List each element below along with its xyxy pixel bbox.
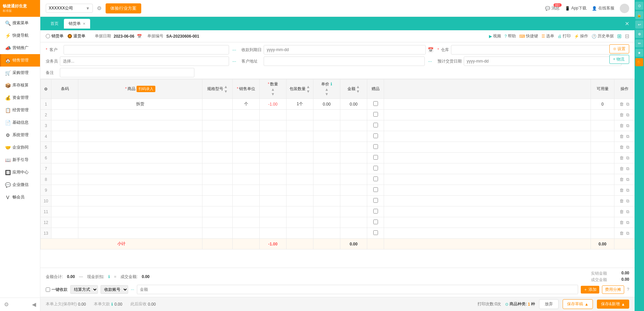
sidebar-item-14[interactable]: V畅会员 xyxy=(0,191,40,203)
expense-help-icon[interactable]: ? xyxy=(627,287,629,292)
delete-icon-11[interactable]: 🗑 xyxy=(619,220,624,225)
copy-icon-8[interactable]: ⧉ xyxy=(626,188,629,193)
row-product-7[interactable] xyxy=(78,174,202,185)
row-pack-qty-6[interactable] xyxy=(287,163,313,174)
delete-icon-5[interactable]: 🗑 xyxy=(619,155,624,160)
barcode-input-1[interactable] xyxy=(54,113,75,117)
row-product-5[interactable] xyxy=(78,153,202,163)
view-toggle-1[interactable]: ⊞ xyxy=(617,33,621,39)
barcode-input-11[interactable] xyxy=(54,220,75,225)
copy-icon-1[interactable]: ⧉ xyxy=(626,112,629,117)
shortcut-btn[interactable]: ⌨快捷键 xyxy=(519,33,538,39)
row-amount-5[interactable] xyxy=(340,153,367,163)
delete-icon-10[interactable]: 🗑 xyxy=(619,209,624,214)
sidebar-item-6[interactable]: 💰资金管理 xyxy=(0,91,40,104)
barcode-input-10[interactable] xyxy=(54,209,75,214)
trial-button[interactable]: 体验行业方案 xyxy=(106,3,141,13)
row-qty-10[interactable] xyxy=(260,206,287,217)
row-pack-qty-3[interactable] xyxy=(287,131,313,142)
panel-btn-2[interactable]: 🔒 xyxy=(635,11,643,19)
row-barcode-0[interactable] xyxy=(51,99,78,110)
row-qty-12[interactable] xyxy=(260,228,287,239)
row-gift-11[interactable] xyxy=(367,217,384,228)
panel-btn-5[interactable]: ✏ xyxy=(635,39,643,47)
row-qty-0[interactable]: -1.00 xyxy=(260,99,287,110)
row-gift-10[interactable] xyxy=(367,206,384,217)
row-gift-6[interactable] xyxy=(367,163,384,174)
row-amount-0[interactable]: 0.00 xyxy=(340,99,367,110)
sidebar-item-0[interactable]: 🔍搜索菜单 xyxy=(0,17,40,29)
row-unit-7[interactable] xyxy=(233,174,260,185)
row-amount-9[interactable] xyxy=(340,196,367,206)
row-gift-3[interactable] xyxy=(367,131,384,142)
barcode-input-12[interactable] xyxy=(54,231,75,236)
panel-btn-4[interactable]: ⊕ xyxy=(635,30,643,38)
sidebar-item-1[interactable]: ⚡快捷导航 xyxy=(0,29,40,42)
amount-input[interactable] xyxy=(137,285,578,294)
copy-icon-7[interactable]: ⧉ xyxy=(626,177,629,182)
col-gear-header[interactable]: ⚙ xyxy=(41,79,51,99)
panel-btn-6[interactable]: ★ xyxy=(635,49,643,57)
one-click-pay-checkbox[interactable]: 一键收款 xyxy=(46,287,68,293)
copy-icon-11[interactable]: ⧉ xyxy=(626,220,629,225)
sidebar-settings-icon[interactable]: ⚙ xyxy=(4,301,9,308)
row-unit-12[interactable] xyxy=(233,228,260,239)
row-price-4[interactable] xyxy=(313,142,340,153)
delete-icon-9[interactable]: 🗑 xyxy=(619,198,624,203)
row-pack-qty-0[interactable]: 1个 xyxy=(287,99,313,110)
online-service-button[interactable]: 👤 在线客服 xyxy=(592,5,614,11)
row-amount-10[interactable] xyxy=(340,206,367,217)
copy-icon-12[interactable]: ⧉ xyxy=(626,231,629,236)
setting-button[interactable]: ⊙ 设置 xyxy=(609,44,629,53)
row-unit-8[interactable] xyxy=(233,185,260,196)
row-price-8[interactable] xyxy=(313,185,340,196)
row-spec-7[interactable] xyxy=(202,174,233,185)
row-product-4[interactable] xyxy=(78,142,202,153)
barcode-input-7[interactable] xyxy=(54,177,75,182)
row-qty-8[interactable] xyxy=(260,185,287,196)
company-selector[interactable]: XXXXXX公司 ▼ xyxy=(46,4,93,13)
row-pack-qty-12[interactable] xyxy=(287,228,313,239)
row-spec-4[interactable] xyxy=(202,142,233,153)
product-type-toggle[interactable]: ⊙ xyxy=(505,302,508,307)
barcode-input-6[interactable] xyxy=(54,166,75,171)
sidebar-item-5[interactable]: 📦库存核算 xyxy=(0,79,40,91)
barcode-input-0[interactable] xyxy=(54,102,75,107)
row-pack-qty-8[interactable] xyxy=(287,185,313,196)
sidebar-item-2[interactable]: 📣营销推广 xyxy=(0,42,40,54)
account-select[interactable]: 收款账号 xyxy=(101,285,128,294)
row-price-11[interactable] xyxy=(313,217,340,228)
copy-icon-4[interactable]: ⧉ xyxy=(626,145,629,150)
row-price-7[interactable] xyxy=(313,174,340,185)
row-unit-10[interactable] xyxy=(233,206,260,217)
account-dots-btn[interactable]: ··· xyxy=(131,287,134,292)
copy-icon-5[interactable]: ⧉ xyxy=(626,155,629,160)
row-unit-11[interactable] xyxy=(233,217,260,228)
row-gift-9[interactable] xyxy=(367,196,384,206)
row-unit-2[interactable] xyxy=(233,120,260,131)
sidebar-collapse-icon[interactable]: ◀ xyxy=(32,301,36,308)
barcode-input-2[interactable] xyxy=(54,123,75,128)
row-product-10[interactable] xyxy=(78,206,202,217)
view-toggle-2[interactable]: ⊟ xyxy=(625,33,629,39)
customer-addr-input[interactable] xyxy=(264,56,425,66)
row-spec-3[interactable] xyxy=(202,131,233,142)
row-spec-11[interactable] xyxy=(202,217,233,228)
row-unit-0[interactable]: 个 xyxy=(233,99,260,110)
panel-btn-7[interactable]: 🔶 xyxy=(635,58,643,66)
row-price-12[interactable] xyxy=(313,228,340,239)
row-barcode-12[interactable] xyxy=(51,228,78,239)
row-spec-8[interactable] xyxy=(202,185,233,196)
tab-home[interactable]: 首页 xyxy=(46,19,63,29)
barcode-input-8[interactable] xyxy=(54,188,75,193)
panel-btn-3[interactable]: ↩ xyxy=(635,21,643,29)
message-button[interactable]: 💬 消息 99+ xyxy=(545,5,560,11)
sidebar-item-4[interactable]: 🛒采购管理 xyxy=(0,67,40,79)
barcode-input-4[interactable] xyxy=(54,145,75,150)
logistics-button[interactable]: + 物流 xyxy=(609,55,629,64)
calc-method-select[interactable]: 结算方式 xyxy=(70,285,98,294)
salesperson-input[interactable] xyxy=(60,56,229,66)
tab-close-icon[interactable]: ✕ xyxy=(83,22,85,26)
row-spec-5[interactable] xyxy=(202,153,233,163)
copy-icon-3[interactable]: ⧉ xyxy=(626,134,629,139)
